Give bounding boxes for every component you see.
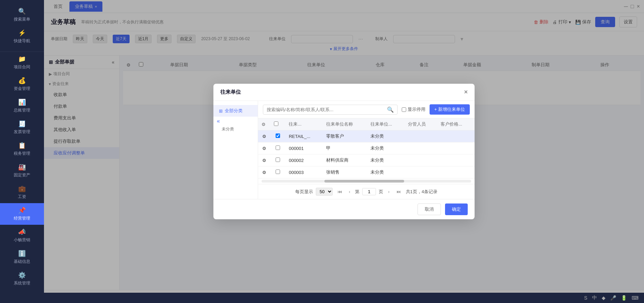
dialog-th-price: 客户价格... (437, 118, 475, 130)
search-icon: 🔍 (387, 106, 394, 113)
row-name: 甲 (323, 142, 367, 154)
dialog-sidebar-all[interactable]: ⊞ 全部分类 (213, 105, 258, 117)
row-category: 未分类 (367, 130, 404, 142)
row-price (437, 142, 475, 154)
accounts-icon: 📊 (18, 98, 26, 106)
status-bar: S 中 ◆ 🎤 🔋 ⌨ (0, 293, 644, 303)
row-checkbox[interactable] (270, 142, 285, 154)
row-manager (404, 166, 437, 178)
partner-dialog: 往来单位 × ⊞ 全部分类 « 未分类 (213, 84, 475, 219)
row-price (437, 154, 475, 166)
row-name: 零散客户 (323, 130, 367, 142)
row-settings[interactable]: ⚙ (258, 142, 270, 154)
sidebar-item-accounts[interactable]: 📊 总账管理 (0, 95, 44, 117)
basic-icon: ℹ️ (18, 250, 26, 257)
sidebar-item-invoice[interactable]: 🧾 发票管理 (0, 117, 44, 138)
row-settings[interactable]: ⚙ (258, 130, 270, 142)
dialog-select-all[interactable] (274, 121, 278, 126)
sidebar-item-tax[interactable]: 📋 税务管理 (0, 138, 44, 160)
row-manager (404, 154, 437, 166)
dialog-th-code: 往来... (285, 118, 323, 130)
row-manager (404, 142, 437, 154)
row-manager (404, 130, 437, 142)
status-diamond-icon: ◆ (602, 295, 606, 301)
sidebar-item-assets[interactable]: 🏭 固定资产 (0, 160, 44, 182)
per-page-label: 每页显示 (295, 189, 313, 195)
table-row[interactable]: ⚙ 000003 张销售 未分类 (258, 166, 475, 178)
dialog-close-button[interactable]: × (464, 89, 468, 96)
status-battery-icon: 🔋 (621, 295, 627, 301)
project-icon: 📁 (18, 55, 26, 63)
search-box: 🔍 (263, 105, 398, 115)
page-input[interactable] (362, 188, 376, 195)
dialog-th-category: 往来单位... (367, 118, 404, 130)
dialog-sidebar-unclassified[interactable]: 未分类 (213, 124, 258, 134)
row-checkbox[interactable] (270, 154, 285, 166)
dialog-title: 往来单位 (220, 89, 241, 95)
row-price (437, 130, 475, 142)
first-page-button[interactable]: ⏮ (335, 188, 344, 195)
row-settings[interactable]: ⚙ (258, 166, 270, 178)
collapse-left-icon[interactable]: « (213, 117, 258, 124)
dialog-footer: 取消 确定 (213, 199, 475, 219)
sidebar-item-search-menu[interactable]: 🔍 搜索菜单 (0, 4, 44, 26)
modal-overlay: WhAR 往来单位 × ⊞ 全部分类 « (44, 0, 644, 303)
sidebar-item-quick-nav[interactable]: ⚡ 快捷导航 (0, 26, 44, 47)
row-price (437, 166, 475, 178)
quick-nav-icon: ⚡ (18, 29, 26, 37)
dialog-table-scroll: ⚙ 往来... 往来单位名称 往来单位... 分管人员 客户价格... (258, 118, 475, 178)
sidebar-item-sys[interactable]: ⚙️ 系统管理 (0, 268, 44, 290)
last-page-button[interactable]: ⏭ (395, 188, 403, 195)
salary-icon: 💼 (18, 185, 26, 193)
row-code: 000003 (285, 166, 323, 178)
marketing-icon: 📣 (18, 228, 26, 236)
dialog-th-checkbox[interactable] (270, 118, 285, 130)
table-row[interactable]: ⚙ RETAIL_... 零散客户 未分类 (258, 130, 475, 142)
table-row[interactable]: ⚙ 000001 甲 未分类 (258, 142, 475, 154)
status-s-icon: S (584, 295, 587, 301)
row-name: 张销售 (323, 166, 367, 178)
row-category: 未分类 (367, 166, 404, 178)
sidebar: 🔍 搜索菜单 ⚡ 快捷导航 📁 项目合同 💰 资金管理 📊 总账管理 🧾 发票管… (0, 0, 44, 303)
main-area: 首页 业务草稿 × ─ □ × 业务草稿 草稿转为正式单据时，不会执行满额促销优… (44, 0, 644, 303)
row-settings[interactable]: ⚙ (258, 154, 270, 166)
table-row[interactable]: ⚙ 000002 材料供应商 未分类 (258, 154, 475, 166)
tax-icon: 📋 (18, 142, 26, 149)
dialog-header: 往来单位 × (213, 84, 475, 101)
assets-icon: 🏭 (18, 163, 26, 171)
fund-icon: 💰 (18, 77, 26, 84)
dialog-th-settings[interactable]: ⚙ (258, 118, 270, 130)
status-zh-icon: 中 (592, 295, 597, 301)
page-label-pre: 第 (355, 189, 359, 195)
row-code: RETAIL_... (285, 130, 323, 142)
sidebar-item-project[interactable]: 📁 项目合同 (0, 52, 44, 73)
scroll-hint (262, 180, 471, 183)
sidebar-item-fund[interactable]: 💰 资金管理 (0, 73, 44, 95)
search-menu-icon: 🔍 (18, 8, 26, 15)
sidebar-item-salary[interactable]: 💼 工资 (0, 182, 44, 203)
dialog-th-name: 往来单位名称 (323, 118, 367, 130)
add-partner-button[interactable]: + 新增往来单位 (430, 104, 470, 115)
confirm-button[interactable]: 确定 (445, 203, 468, 215)
invoice-icon: 🧾 (18, 120, 26, 128)
prev-page-button[interactable]: ‹ (347, 188, 352, 195)
dialog-content: 🔍 显示停用 + 新增往来单位 ⚙ (258, 101, 475, 199)
search-input[interactable] (267, 107, 385, 112)
per-page-select[interactable]: 50 (316, 188, 333, 196)
dialog-th-manager: 分管人员 (404, 118, 437, 130)
show-disabled-checkbox[interactable] (402, 107, 406, 112)
ops-icon: 📌 (18, 207, 26, 214)
show-disabled-label: 显示停用 (402, 106, 425, 113)
cancel-button[interactable]: 取消 (418, 203, 441, 215)
row-category: 未分类 (367, 154, 404, 166)
row-name: 材料供应商 (323, 154, 367, 166)
row-checkbox[interactable] (270, 130, 285, 142)
dialog-table: ⚙ 往来... 往来单位名称 往来单位... 分管人员 客户价格... (258, 118, 475, 178)
sidebar-item-marketing[interactable]: 📣 小畅营销 (0, 225, 44, 246)
sidebar-item-basic[interactable]: ℹ️ 基础信息 (0, 246, 44, 268)
next-page-button[interactable]: › (386, 188, 391, 195)
row-checkbox[interactable] (270, 166, 285, 178)
sidebar-item-ops[interactable]: 📌 经营管理 (0, 203, 44, 225)
scroll-thumb (324, 180, 404, 183)
dialog-sidebar: ⊞ 全部分类 « 未分类 (213, 101, 258, 199)
